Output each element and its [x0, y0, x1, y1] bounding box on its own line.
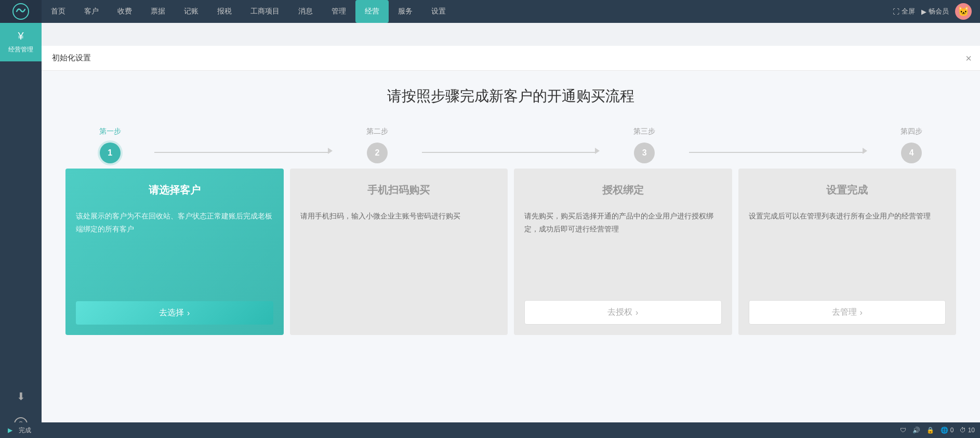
step-card-2: 手机扫码购买 请用手机扫码，输入小微企业主账号密码进行购买 — [290, 169, 508, 335]
nav-fuwu[interactable]: 服务 — [389, 0, 422, 23]
download-icon: ⬇ — [17, 390, 25, 403]
nav-guanli[interactable]: 管理 — [322, 0, 355, 23]
connector-2-3 — [422, 151, 600, 154]
steps-row: 第一步 1 第二步 2 第三步 3 — [62, 127, 959, 163]
step-2-label: 第二步 — [366, 127, 388, 136]
vip-button[interactable]: ▶ 畅会员 — [921, 7, 949, 16]
jingying-icon: ¥ — [18, 30, 23, 42]
sidebar-item-jingying[interactable]: ¥ 经营管理 — [0, 23, 42, 61]
sidebar: ¥ 经营管理 ⬇ ? — [0, 0, 42, 438]
step-card-4-title: 设置完成 — [749, 179, 946, 201]
step-2-header: 第二步 2 — [333, 127, 421, 163]
connector-3-4 — [689, 151, 867, 154]
close-button[interactable]: × — [965, 52, 972, 64]
page-header: 初始化设置 × — [42, 46, 980, 71]
nav-customer[interactable]: 客户 — [75, 0, 108, 23]
shield-icon: 🛡 — [900, 427, 906, 434]
step-3-circle: 3 — [634, 143, 655, 163]
step-3-action-button[interactable]: 去授权 › — [524, 300, 722, 325]
step-2-circle: 2 — [367, 143, 388, 163]
main-wrapper: 初始化设置 × 请按照步骤完成新客户的开通购买流程 第一步 1 第二步 2 — [42, 46, 980, 438]
step-1-label: 第一步 — [99, 127, 121, 136]
volume-icon: 🔊 — [912, 427, 920, 434]
sidebar-item-download[interactable]: ⬇ — [0, 383, 42, 410]
fullscreen-button[interactable]: ⛶ 全屏 — [893, 7, 915, 16]
status-bar-right: 🛡 🔊 🔒 🌐 0 ⏱ 10 — [900, 427, 975, 434]
nav-jingying[interactable]: 经营 — [355, 0, 389, 23]
fullscreen-icon: ⛶ — [893, 8, 899, 16]
sidebar-item-label: 经营管理 — [8, 45, 33, 54]
step-card-1-title: 请选择客户 — [76, 179, 273, 201]
step-card-3-btn-container: 去授权 › — [524, 290, 722, 325]
connector-1-2 — [154, 151, 333, 154]
step-3-label: 第三步 — [633, 127, 655, 136]
step-4-label: 第四步 — [900, 127, 922, 136]
step-card-4-btn-container: 去管理 › — [749, 290, 946, 325]
sidebar-logo — [0, 0, 42, 23]
status-bar-left: ▶ 完成 — [5, 426, 31, 435]
step-card-2-desc: 请用手机扫码，输入小微企业主账号密码进行购买 — [300, 210, 498, 325]
step-card-4-desc: 设置完成后可以在管理列表进行所有企业用户的经营管理 — [749, 210, 946, 290]
step-3-arrow-icon: › — [635, 308, 638, 317]
step-4-circle: 4 — [901, 143, 922, 163]
nav-xiaoxi[interactable]: 消息 — [289, 0, 322, 23]
cards-container: 请选择客户 该处展示的客户为不在回收站、客户状态正常建账后完成老板端绑定的所有客… — [62, 169, 959, 335]
step-card-1-desc: 该处展示的客户为不在回收站、客户状态正常建账后完成老板端绑定的所有客户 — [76, 210, 273, 291]
step-1-header: 第一步 1 — [65, 127, 154, 163]
step-card-4: 设置完成 设置完成后可以在管理列表进行所有企业用户的经营管理 去管理 › — [738, 169, 957, 335]
lock-icon: 🔒 — [926, 427, 934, 434]
nav-right: ⛶ 全屏 ▶ 畅会员 🐱 — [893, 3, 980, 20]
step-1-circle: 1 — [100, 143, 121, 163]
nav-shezhi[interactable]: 设置 — [422, 0, 455, 23]
top-nav: 首页 客户 收费 票据 记账 报税 工商项目 消息 管理 经营 服务 设置 ⛶ … — [0, 0, 980, 23]
btn-arrow-icon: › — [187, 308, 190, 318]
content-area: 请按照步骤完成新客户的开通购买流程 第一步 1 第二步 2 — [42, 71, 980, 438]
page-title: 初始化设置 — [52, 53, 91, 63]
nav-piaoju[interactable]: 票据 — [141, 0, 175, 23]
nav-shoufei[interactable]: 收费 — [108, 0, 141, 23]
play-button[interactable]: ▶ — [5, 426, 15, 435]
time-status: ⏱ 10 — [960, 427, 975, 434]
nav-jizhang[interactable]: 记账 — [175, 0, 208, 23]
step-4-action-button[interactable]: 去管理 › — [749, 300, 946, 325]
nav-baoshui[interactable]: 报税 — [208, 0, 241, 23]
step-card-3: 授权绑定 请先购买，购买后选择开通的产品中的企业用户进行授权绑定，成功后即可进行… — [514, 169, 732, 335]
nav-home[interactable]: 首页 — [42, 0, 75, 23]
step-card-1: 请选择客户 该处展示的客户为不在回收站、客户状态正常建账后完成老板端绑定的所有客… — [65, 169, 284, 335]
main-title: 请按照步骤完成新客户的开通购买流程 — [62, 86, 959, 106]
step-1-action-button[interactable]: 去选择 › — [76, 301, 273, 325]
vip-icon: ▶ — [921, 8, 926, 16]
step-card-2-title: 手机扫码购买 — [300, 179, 498, 201]
step-card-3-desc: 请先购买，购买后选择开通的产品中的企业用户进行授权绑定，成功后即可进行经营管理 — [524, 210, 722, 290]
step-card-1-btn-container: 去选择 › — [76, 291, 273, 325]
step-4-arrow-icon: › — [860, 308, 863, 317]
status-bar: ▶ 完成 🛡 🔊 🔒 🌐 0 ⏱ 10 — [0, 422, 980, 438]
play-icon: ▶ — [8, 427, 12, 434]
network-status: 🌐 0 — [941, 427, 953, 434]
avatar[interactable]: 🐱 — [955, 3, 972, 20]
step-3-header: 第三步 3 — [600, 127, 688, 163]
nav-gongshang[interactable]: 工商项目 — [241, 0, 289, 23]
status-text: 完成 — [19, 426, 31, 435]
step-4-header: 第四步 4 — [867, 127, 956, 163]
step-card-3-title: 授权绑定 — [524, 179, 722, 201]
